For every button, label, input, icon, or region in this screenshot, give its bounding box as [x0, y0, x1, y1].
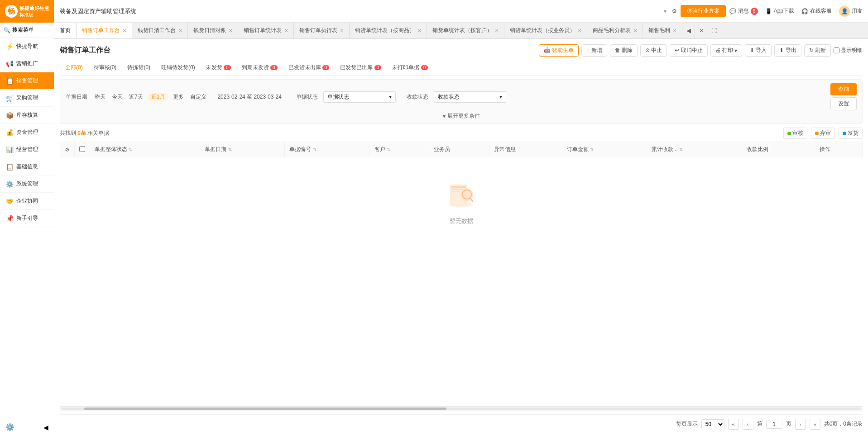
tab-close-all[interactable]: ✕ [695, 23, 708, 38]
refresh-button[interactable]: ↻ 刷新 [804, 44, 831, 57]
tab-close-cash-daily[interactable]: ✕ [178, 28, 182, 33]
tab-gross-profit[interactable]: 商品毛利分析表 ✕ [587, 23, 643, 38]
col-payment-ratio[interactable]: 收款比例 [742, 142, 815, 157]
print-button[interactable]: 🖨 打印 ▾ [710, 44, 742, 57]
col-status[interactable]: 单据整体状态 ⇅ [90, 142, 200, 157]
tab-sales-other[interactable]: 销售毛利 ✕ [643, 23, 682, 38]
tab-sales-stat[interactable]: 销售订单统计表 ✕ [238, 23, 294, 38]
page-first-button[interactable]: « [728, 419, 739, 430]
tab-sales-stat-customer[interactable]: 销货单统计表（按客户） ✕ [427, 23, 504, 38]
sidebar-item-sales[interactable]: 📋 销售管理 [0, 72, 54, 90]
date-opt-custom[interactable]: 自定义 [188, 93, 208, 101]
col-received[interactable]: 累计收款... ⇅ [647, 142, 742, 157]
sub-tab-all[interactable]: 全部(0) [60, 62, 88, 73]
payment-filter-select[interactable]: 收款状态 ▾ [434, 91, 506, 103]
col-settings[interactable]: ⚙ [60, 142, 75, 157]
tab-close-gross-profit[interactable]: ✕ [633, 28, 637, 33]
date-opt-yesterday[interactable]: 昨天 [93, 93, 107, 101]
collapse-icon[interactable]: ◀ [43, 424, 48, 431]
tab-sales-stat-staff[interactable]: 销货单统计表（按业务员） ✕ [504, 23, 587, 38]
cancel-stop-button[interactable]: ↩ 取消中止 [670, 44, 707, 57]
col-number[interactable]: 单据编号 ⇅ [285, 142, 369, 157]
filter-expand[interactable]: ▾ 展开更多条件 [66, 112, 857, 120]
tab-cash-daily[interactable]: 钱货日清工作台 ✕ [132, 23, 188, 38]
export-button[interactable]: ⬆ 导出 [774, 44, 801, 57]
settings-topbar-icon[interactable]: ⚙ [672, 8, 677, 14]
industry-solution-button[interactable]: 体验行业方案 [681, 5, 726, 17]
setting-button[interactable]: 设置 [830, 97, 857, 110]
tab-close-sales-exec[interactable]: ✕ [340, 28, 344, 33]
select-all-checkbox[interactable] [79, 146, 85, 152]
sidebar-item-finance[interactable]: 💰 资金管理 [0, 124, 54, 141]
tab-sales-stat-product[interactable]: 销货单统计表（按商品） ✕ [350, 23, 427, 38]
tab-close-sales-stat-staff[interactable]: ✕ [578, 28, 581, 33]
page-last-button[interactable]: » [810, 419, 820, 430]
col-customer[interactable]: 客户 ⇅ [369, 142, 429, 157]
date-opt-more[interactable]: 更多 [171, 93, 186, 101]
page-next-button[interactable]: › [795, 419, 806, 430]
tab-sales-exec[interactable]: 销售订单执行表 ✕ [294, 23, 350, 38]
add-button[interactable]: + 新增 [581, 44, 607, 57]
dropdown-icon[interactable]: ▾ [664, 8, 667, 14]
sub-tab-shipped-not-out[interactable]: 已发货未出库 0 [283, 62, 335, 73]
tab-cash-reconcile[interactable]: 钱货日清对账 ✕ [188, 23, 238, 38]
page-prev-button[interactable]: ‹ [743, 419, 753, 430]
per-page-select[interactable]: 50 20 100 [701, 419, 724, 429]
sub-tab-not-printed[interactable]: 未打印单据 0 [387, 62, 433, 73]
message-action[interactable]: 💬 消息 6 [729, 7, 758, 15]
sub-tab-pending-review[interactable]: 待审核(0) [88, 62, 122, 73]
date-opt-1month[interactable]: 近1月 [148, 93, 169, 101]
app-download-action[interactable]: 📱 App下载 [765, 7, 794, 15]
show-detail-label[interactable]: 显示明细 [834, 47, 863, 54]
sidebar-item-marketing[interactable]: 📢 营销推广 [0, 55, 54, 72]
tab-close-sales-workbench[interactable]: ✕ [123, 28, 126, 33]
sidebar-item-purchase[interactable]: 🛒 采购管理 [0, 90, 54, 107]
sidebar-item-search[interactable]: 🔍 搜索菜单 [0, 23, 54, 38]
sidebar-item-guide[interactable]: 📌 新手引导 [0, 210, 54, 227]
user-profile-action[interactable]: 👤 用友 [839, 6, 863, 17]
table-scroll-container[interactable]: ⚙ 单据整体状态 ⇅ 单据日期 ⇅ [60, 142, 863, 403]
date-opt-7days[interactable]: 近7天 [127, 93, 145, 101]
sub-tab-not-shipped[interactable]: 未发货 0 [201, 62, 236, 73]
sidebar-item-basic-info[interactable]: 📋 基础信息 [0, 158, 54, 175]
col-amount[interactable]: 订单金额 ⇅ [562, 142, 647, 157]
page-number-input[interactable] [766, 420, 782, 429]
sidebar-item-inventory[interactable]: 📦 库存核算 [0, 107, 54, 124]
tab-close-sales-other[interactable]: ✕ [673, 28, 676, 33]
tab-sales-workbench[interactable]: 销售订单工作台 ✕ [77, 23, 132, 39]
col-staff[interactable]: 业务员 [429, 142, 489, 157]
tab-nav-prev[interactable]: ◀ [682, 23, 695, 38]
sidebar-item-quick-nav[interactable]: ⚡ 快捷导航 [0, 38, 54, 55]
stop-button[interactable]: ⊘ 中止 [640, 44, 667, 57]
sidebar-item-operation[interactable]: 📊 经营管理 [0, 141, 54, 158]
col-date[interactable]: 单据日期 ⇅ [200, 142, 285, 157]
tab-maximize[interactable]: ⛶ [708, 23, 720, 38]
scrollbar-area[interactable] [60, 406, 863, 411]
query-button[interactable]: 查询 [830, 83, 857, 95]
sidebar-item-system[interactable]: ⚙️ 系统管理 [0, 175, 54, 193]
sidebar-item-cooperation[interactable]: 🤝 企业协同 [0, 193, 54, 210]
batch-review-button[interactable]: 审核 [783, 128, 807, 139]
scrollbar-thumb[interactable] [84, 408, 446, 410]
tab-close-cash-reconcile[interactable]: ✕ [229, 28, 232, 33]
tab-home[interactable]: 首页 [54, 23, 77, 38]
col-abnormal[interactable]: 异常信息 [489, 142, 562, 157]
sub-tab-pending-pickup[interactable]: 待拣货(0) [122, 62, 156, 73]
sub-tab-wangpu[interactable]: 旺铺待发货(0) [156, 62, 201, 73]
date-opt-today[interactable]: 今天 [110, 93, 125, 101]
show-detail-checkbox[interactable] [834, 47, 839, 53]
tab-close-sales-stat[interactable]: ✕ [284, 28, 288, 33]
settings-bottom-icon[interactable]: ⚙️ [5, 423, 14, 431]
status-filter-select[interactable]: 单据状态 ▾ [323, 91, 396, 103]
sub-tab-shipped-out[interactable]: 已发货已出库 0 [335, 62, 387, 73]
batch-ship-button[interactable]: 发货 [839, 128, 863, 139]
tab-close-sales-stat-customer[interactable]: ✕ [495, 28, 499, 33]
batch-cancel-review-button[interactable]: 弃审 [811, 128, 835, 139]
delete-button[interactable]: 🗑 删除 [610, 44, 638, 57]
col-checkbox[interactable] [75, 142, 90, 157]
scrollbar-track[interactable] [62, 408, 861, 410]
import-button[interactable]: ⬇ 导入 [745, 44, 772, 57]
online-service-action[interactable]: 🎧 在线客服 [801, 7, 832, 15]
tab-close-sales-stat-product[interactable]: ✕ [417, 28, 421, 33]
sub-tab-overdue[interactable]: 到期未发货 0 [236, 62, 283, 73]
